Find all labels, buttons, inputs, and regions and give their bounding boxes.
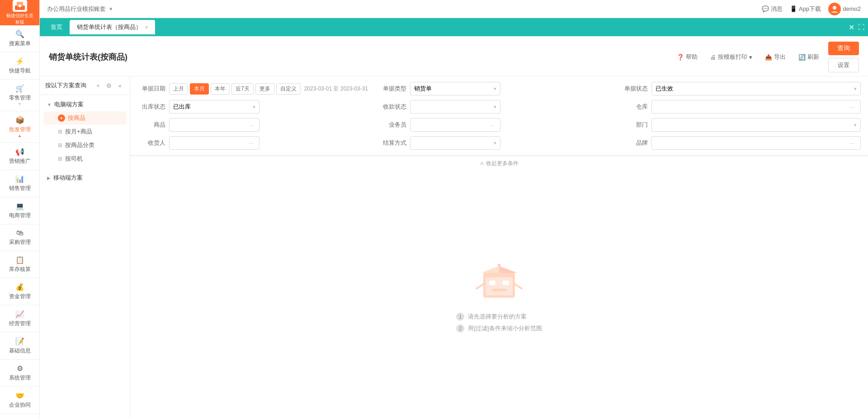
add-icon: + [96,82,100,89]
last-month-btn[interactable]: 上月 [169,83,188,95]
sidebar-item-retail-label: 零售管理 [9,94,31,102]
scheme-item-by-goods[interactable]: ● 按商品 [43,111,126,125]
sidebar-item-purchase[interactable]: 🛍 采购管理 [0,224,40,251]
sidebar-item-basic-info[interactable]: 📝 基础信息 [0,332,40,360]
desktop-scheme-title[interactable]: ▼ 电脑端方案 [43,98,126,111]
out-status-label: 出库状态 [137,103,169,111]
department-control: ▾ [651,118,861,132]
message-button[interactable]: 💬 消息 [762,5,783,13]
scheme-title: 按以下方案查询 [45,81,86,90]
department-select[interactable]: ▾ [651,118,861,132]
main-wrapper: 办公用品行业模拟账套 ▾ 💬 消息 📱 App下载 demo2 首页 [40,0,868,418]
query-button[interactable]: 查询 [828,42,859,55]
add-scheme-button[interactable]: + [94,81,103,90]
filter-row-3: 商品 ··· 业务员 [137,118,861,132]
mobile-scheme-title[interactable]: ▶ 移动端方案 [43,171,126,185]
payment-status-select[interactable]: ▾ [410,100,500,114]
tab-bar-actions: ✕ ⛶ [849,23,864,32]
tab-close-window-icon[interactable]: ✕ [849,23,854,32]
sidebar-item-wholesale[interactable]: 📦 批发管理 ▲ [0,111,40,143]
export-button[interactable]: 📤 导出 [761,51,789,63]
svg-rect-7 [503,280,509,285]
page-content: 销货单统计表(按商品) ❓ 帮助 🖨 按模板打印 ▾ 📤 导出 🔄 刷新 [40,36,868,418]
sidebar-item-enterprise-label: 企业协同 [9,401,31,409]
bill-status-select[interactable]: 已生效 ▾ [651,82,861,95]
out-status-select[interactable]: 已出库 ▾ [169,100,259,114]
sidebar-item-sales[interactable]: 📊 销售管理 [0,170,40,197]
sidebar-item-finance[interactable]: 💰 资金管理 [0,278,40,305]
svg-line-11 [476,284,483,289]
warehouse-ellipsis[interactable]: ··· [848,104,857,110]
download-icon: 📱 [790,5,797,12]
sidebar-item-enterprise[interactable]: 🤝 企业协同 [0,387,40,414]
settlement-label: 结算方式 [378,139,410,147]
industry-dropdown-icon[interactable]: ▾ [109,5,113,12]
export-icon: 📤 [765,54,772,61]
marketing-icon: 📢 [15,147,24,156]
bill-status-cell: 单据状态 已生效 ▾ [620,82,861,95]
quicknav-icon: ⚡ [15,57,24,66]
collapse-bar[interactable]: ∧ 收起更多条件 [130,156,868,171]
sidebar-item-operations[interactable]: 📈 经营管理 [0,305,40,332]
tab-home[interactable]: 首页 [43,20,70,34]
scheme-item-by-driver[interactable]: ⊞ 按司机 [43,152,126,166]
sidebar-item-system-label: 系统管理 [9,374,31,382]
user-menu-button[interactable]: demo2 [828,3,861,15]
scheme-item-by-category[interactable]: ⊞ 按商品分类 [43,138,126,152]
tab-fullscreen-icon[interactable]: ⛶ [858,24,864,31]
sidebar-item-quicknav[interactable]: ⚡ 快捷导航 [0,52,40,80]
template-print-button[interactable]: 🖨 按模板打印 ▾ [707,51,756,63]
this-year-btn[interactable]: 本年 [211,83,230,95]
logo-icon [13,0,27,12]
refresh-label: 刷新 [807,53,819,61]
purchase-icon: 🛍 [16,229,24,237]
enterprise-icon: 🤝 [15,391,24,400]
this-month-btn[interactable]: 本月 [190,83,209,95]
print-icon: 🖨 [710,54,716,61]
7days-btn[interactable]: 近7天 [231,83,254,95]
warehouse-select[interactable]: ··· [651,100,861,114]
custom-date-btn[interactable]: 自定义 [276,83,301,95]
receiver-select[interactable]: ··· [169,136,259,150]
app-download-button[interactable]: 📱 App下载 [790,5,821,13]
settings-button[interactable]: 设置 [828,58,859,72]
sidebar-item-ecommerce[interactable]: 💻 电商管理 [0,197,40,224]
sidebar-item-inventory[interactable]: 📋 库存核算 [0,251,40,278]
sidebar-item-marketing[interactable]: 📢 营销推广 [0,143,40,170]
refresh-button[interactable]: 🔄 刷新 [795,51,823,63]
svg-point-2 [19,5,21,7]
help-button[interactable]: ❓ 帮助 [673,51,701,63]
sidebar-item-system[interactable]: ⚙ 系统管理 [0,360,40,387]
goods-select[interactable]: ··· [169,118,259,132]
refresh-icon: 🔄 [798,54,806,61]
brand-select[interactable]: ··· [651,136,861,150]
receiver-ellipsis[interactable]: ··· [247,140,255,147]
payment-status-arrow: ▾ [494,104,496,110]
salesman-select[interactable]: ··· [410,118,500,132]
right-panel: 单据日期 上月 本月 本年 近7天 更多 自定义 2023-03-01 至 20… [130,76,868,418]
goods-ellipsis[interactable]: ··· [247,122,255,128]
sidebar-item-search[interactable]: 🔍 搜索菜单 [0,25,40,52]
category-label: 按商品分类 [65,141,94,149]
empty-tip-2: 2 用[过滤]条件来缩小分析范围 [456,324,542,332]
scheme-item-by-month-goods[interactable]: ⊞ 按月+商品 [43,125,126,138]
tab-close-icon[interactable]: × [145,24,148,30]
brand-ellipsis[interactable]: ··· [848,140,857,147]
sidebar-item-newuser[interactable]: 🎯 新手引导 [0,414,40,418]
salesman-ellipsis[interactable]: ··· [488,122,496,128]
sidebar-item-purchase-label: 采购管理 [9,238,31,246]
header-right: 💬 消息 📱 App下载 demo2 [762,3,861,15]
warehouse-control: ··· [651,100,861,114]
tab-sales-stats[interactable]: 销货单统计表（按商品） × [70,20,155,34]
settings-scheme-button[interactable]: ⚙ [104,81,113,90]
bill-status-control: 已生效 ▾ [651,82,861,95]
driver-icon: ⊞ [58,156,62,162]
bill-type-select[interactable]: 销货单 ▾ [410,82,500,95]
sidebar-item-operations-label: 经营管理 [9,320,31,328]
search-icon: 🔍 [15,30,24,38]
wholesale-arrow-icon: ▲ [18,133,22,138]
more-date-btn[interactable]: 更多 [255,83,274,95]
sidebar-item-retail[interactable]: 🛒 零售管理 ▼ [0,80,40,111]
settlement-select[interactable]: ▾ [410,136,500,150]
collapse-scheme-button[interactable]: « [115,81,124,90]
